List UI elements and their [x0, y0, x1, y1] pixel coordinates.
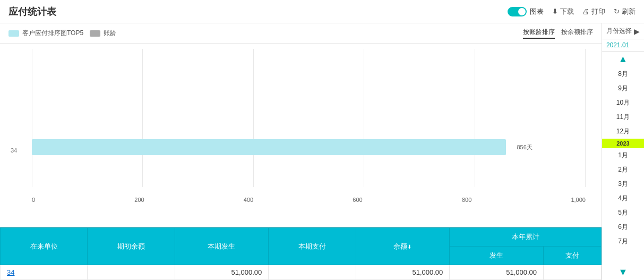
legend-main-label: 客户应付排序图TOP5	[22, 29, 83, 38]
gridline-0	[32, 49, 32, 187]
table-header-row-1: 在来单位 期初余额 本期发生 本期支付 余额⬇ 本年累计	[1, 228, 602, 247]
header: 应付统计表 图表 ⬇ 下载 🖨 打印 ↻ 刷新	[0, 0, 644, 23]
refresh-label: 刷新	[622, 7, 636, 16]
chart-label: 图表	[530, 7, 544, 16]
x-tick-1000: 1,000	[571, 197, 586, 203]
month-item[interactable]: 8月	[602, 67, 644, 81]
month-item[interactable]: 3月	[602, 177, 644, 191]
cell-ytd-pay	[544, 265, 602, 280]
month-item[interactable]: 1月	[602, 148, 644, 163]
month-item[interactable]: 5月	[602, 206, 644, 220]
download-label: 下载	[560, 7, 574, 16]
chart-toggle-group: 图表	[508, 7, 544, 16]
print-button[interactable]: 🖨 打印	[582, 7, 605, 16]
month-item[interactable]: 10月	[602, 96, 644, 110]
gridline-4	[475, 49, 475, 187]
sidebar-collapse-btn[interactable]: ▶	[634, 27, 640, 36]
gridline-5	[585, 49, 586, 187]
th-occur: 本期发生	[175, 228, 269, 265]
bar-row-0: 856天	[32, 139, 586, 155]
legend-secondary-label: 账龄	[104, 29, 116, 38]
legend-main-color	[8, 30, 19, 37]
chart-controls: 客户应付排序图TOP5 账龄 按账龄排序 按余额排序	[0, 23, 602, 44]
chart-sort-buttons: 按账龄排序 按余额排序	[523, 28, 593, 39]
bar-chart-container: 34 856天 0 200 400 600	[0, 44, 602, 227]
th-pay: 本期支付	[269, 228, 356, 265]
x-tick-0: 0	[32, 197, 35, 203]
cell-ytd-occur: 51,000.00	[450, 265, 544, 280]
month-item[interactable]: 12月	[602, 124, 644, 139]
table-container: 在来单位 期初余额 本期发生 本期支付 余额⬇ 本年累计 发生 支付	[0, 227, 602, 280]
main-content: 客户应付排序图TOP5 账龄 按账龄排序 按余额排序	[0, 23, 644, 280]
download-button[interactable]: ⬇ 下载	[552, 7, 574, 16]
x-tick-200: 200	[134, 197, 144, 203]
month-item[interactable]: 7月	[602, 234, 644, 249]
legend-secondary-color	[90, 30, 100, 37]
header-actions: 图表 ⬇ 下载 🖨 打印 ↻ 刷新	[508, 7, 636, 16]
chart-legend: 客户应付排序图TOP5 账龄	[8, 29, 116, 38]
th-balance: 余额⬇	[356, 228, 450, 265]
legend-secondary: 账龄	[90, 29, 116, 38]
th-ytd: 本年累计	[450, 228, 602, 247]
download-icon: ⬇	[552, 7, 558, 15]
cell-opening	[88, 265, 175, 280]
th-ytd-pay: 支付	[544, 247, 602, 265]
x-gridlines	[32, 49, 586, 187]
cell-pay	[269, 265, 356, 280]
x-tick-600: 600	[353, 197, 362, 203]
th-opening: 期初余额	[88, 228, 175, 265]
sidebar-title: 月份选择	[606, 27, 632, 36]
th-unit: 在来单位	[1, 228, 88, 265]
month-item[interactable]: 9月	[602, 81, 644, 96]
sort-by-balance-btn[interactable]: 按账龄排序	[523, 28, 555, 39]
table-row: 34 51,000.00 51,000.00 51,000.00	[1, 265, 602, 280]
month-item[interactable]: 2023	[602, 139, 644, 148]
cell-unit[interactable]: 34	[1, 265, 88, 280]
month-item[interactable]: 2月	[602, 163, 644, 177]
bar-track-0: 856天	[32, 139, 586, 155]
data-table: 在来单位 期初余额 本期发生 本期支付 余额⬇ 本年累计 发生 支付	[0, 227, 602, 280]
x-tick-800: 800	[462, 197, 471, 203]
x-axis: 0 200 400 600 800 1,000	[32, 197, 586, 203]
print-icon: 🖨	[582, 7, 589, 15]
bar-end-label-0: 856天	[517, 143, 532, 151]
th-ytd-occur: 发生	[450, 247, 544, 265]
refresh-icon: ↻	[614, 7, 620, 15]
page-title: 应付统计表	[8, 5, 56, 18]
sort-by-amount-btn[interactable]: 按余额排序	[561, 28, 593, 39]
cell-balance: 51,000.00	[356, 265, 450, 280]
right-sidebar: 月份选择 ▶ 2021.01 ▲ 8月9月10月11月12月20231月2月3月…	[602, 23, 644, 280]
bar-chart: 34 856天 0 200 400 600	[11, 49, 591, 203]
sidebar-scroll-up-btn[interactable]: ▲	[602, 52, 644, 67]
sidebar-current-date: 2021.01	[602, 39, 644, 52]
gridline-1	[142, 49, 143, 187]
gridline-3	[364, 49, 364, 187]
legend-main: 客户应付排序图TOP5	[8, 29, 83, 38]
month-item[interactable]: 6月	[602, 220, 644, 234]
gridline-2	[253, 49, 254, 187]
y-axis-label-34: 34	[11, 147, 17, 154]
chart-toggle[interactable]	[508, 7, 527, 16]
month-item[interactable]: 11月	[602, 110, 644, 124]
table-body: 34 51,000.00 51,000.00 51,000.00	[1, 265, 602, 280]
refresh-button[interactable]: ↻ 刷新	[614, 7, 636, 16]
bar-fill-0: 856天	[32, 139, 506, 155]
print-label: 打印	[591, 7, 605, 16]
chart-area: 客户应付排序图TOP5 账龄 按账龄排序 按余额排序	[0, 23, 602, 280]
sidebar-months: 8月9月10月11月12月20231月2月3月4月5月6月7月	[602, 67, 644, 265]
sidebar-header: 月份选择 ▶	[602, 23, 644, 39]
cell-occur: 51,000.00	[175, 265, 269, 280]
month-item[interactable]: 4月	[602, 191, 644, 206]
sidebar-scroll-down-btn[interactable]: ▼	[602, 265, 644, 280]
x-tick-400: 400	[244, 197, 253, 203]
